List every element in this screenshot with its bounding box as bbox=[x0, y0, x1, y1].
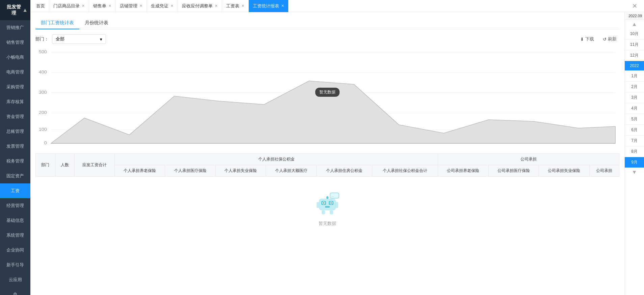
toolbar-left: 部门： 全部 ▾ bbox=[35, 34, 106, 44]
sidebar-item-12[interactable]: 经营管理 bbox=[0, 198, 30, 213]
download-button[interactable]: ⬇ 下载 bbox=[578, 35, 597, 43]
sub-tab-month[interactable]: 月份统计表 bbox=[79, 17, 114, 29]
sidebar-item-10[interactable]: 固定资产 bbox=[0, 169, 30, 183]
sidebar-item-13[interactable]: 基础信息 bbox=[0, 213, 30, 228]
tab-label-7: 工资统计报表 bbox=[253, 3, 279, 9]
cal-month-6[interactable]: 6月 bbox=[625, 125, 644, 136]
tab-label-4: 生成凭证 bbox=[151, 3, 168, 9]
empty-text: 暂无数据 bbox=[319, 220, 336, 227]
tabs-container: 首页门店商品目录✕销售单✕店铺管理✕生成凭证✕应收应付调整单✕工资表✕工资统计报… bbox=[32, 0, 289, 12]
cal-month-1[interactable]: 1月 bbox=[625, 71, 644, 82]
cal-month-10[interactable]: 10月 bbox=[625, 29, 644, 39]
sidebar-item-3[interactable]: 电商管理 bbox=[0, 65, 30, 80]
tab-close-1[interactable]: ✕ bbox=[82, 4, 85, 8]
sidebar-item-17[interactable]: 云应用 bbox=[0, 272, 30, 287]
tab-close-2[interactable]: ✕ bbox=[108, 4, 111, 8]
th-personal-housing: 个人承担住房公积金 bbox=[316, 165, 372, 177]
cal-month-4[interactable]: 4月 bbox=[625, 103, 644, 114]
th-company-unemploy: 公司承担失业保险 bbox=[539, 165, 590, 177]
cal-month-12[interactable]: 12月 bbox=[625, 50, 644, 61]
tab-close-5[interactable]: ✕ bbox=[215, 4, 218, 8]
th-personal-unemploy: 个人承担失业保险 bbox=[215, 165, 266, 177]
tab-item-7[interactable]: 工资统计报表✕ bbox=[249, 0, 289, 12]
tab-close-4[interactable]: ✕ bbox=[170, 4, 173, 8]
svg-point-18 bbox=[323, 202, 324, 204]
sidebar-item-5[interactable]: 库存核算 bbox=[0, 94, 30, 109]
svg-rect-20 bbox=[325, 206, 330, 208]
tab-item-5[interactable]: 应收应付调整单✕ bbox=[178, 0, 222, 12]
cal-month-5[interactable]: 5月 bbox=[625, 114, 644, 125]
sidebar-item-4[interactable]: 采购管理 bbox=[0, 80, 30, 94]
calendar-down-nav[interactable]: ▼ bbox=[625, 168, 644, 177]
cal-month-9[interactable]: 9月 bbox=[625, 157, 644, 168]
cal-month-11[interactable]: 11月 bbox=[625, 39, 644, 50]
cal-year-2022[interactable]: 2022 bbox=[625, 61, 644, 71]
cal-month-2[interactable]: 2月 bbox=[625, 82, 644, 92]
sidebar-item-9[interactable]: 税务管理 bbox=[0, 154, 30, 169]
tab-label-5: 应收应付调整单 bbox=[182, 3, 213, 9]
sidebar-collapse-icon[interactable]: ▲ bbox=[22, 7, 28, 13]
refresh-icon: ↺ bbox=[603, 37, 607, 42]
table-header-row-2: 个人承担养老保险 个人承担医疗保险 个人承担失业保险 个人承担大额医疗 个人承担… bbox=[36, 165, 619, 177]
chart-container: 500 400 300 200 100 0 bbox=[35, 47, 619, 148]
svg-text:300: 300 bbox=[39, 90, 47, 95]
tab-close-3[interactable]: ✕ bbox=[139, 4, 142, 8]
tab-close-6[interactable]: ✕ bbox=[241, 4, 244, 8]
svg-rect-25 bbox=[330, 210, 333, 214]
sidebar-item-16[interactable]: 新手引导 bbox=[0, 258, 30, 272]
th-personal-total: 个人承担社保公积金合计 bbox=[372, 165, 438, 177]
th-company-medical: 公司承担医疗保险 bbox=[488, 165, 539, 177]
download-label: 下载 bbox=[585, 36, 594, 42]
calendar-up-nav[interactable]: ▲ bbox=[625, 20, 644, 29]
cal-month-7[interactable]: 7月 bbox=[625, 136, 644, 146]
cal-month-3[interactable]: 3月 bbox=[625, 92, 644, 103]
cal-month-8[interactable]: 8月 bbox=[625, 146, 644, 157]
sub-tab-dept[interactable]: 部门工资统计表 bbox=[35, 17, 79, 29]
sidebar-item-2[interactable]: 小畅电商 bbox=[0, 50, 30, 65]
tab-item-4[interactable]: 生成凭证✕ bbox=[147, 0, 178, 12]
tab-item-0[interactable]: 首页 bbox=[32, 0, 49, 12]
th-company-more: 公司承担 bbox=[589, 165, 619, 177]
th-personal-pension: 个人承担养老保险 bbox=[114, 165, 165, 177]
svg-rect-21 bbox=[326, 196, 328, 199]
empty-row: ... 暂无数据 bbox=[36, 177, 619, 240]
svg-rect-22 bbox=[317, 202, 319, 208]
svg-text:0: 0 bbox=[44, 141, 47, 145]
refresh-label: 刷新 bbox=[608, 36, 617, 42]
th-personal-medical: 个人承担医疗保险 bbox=[165, 165, 216, 177]
sidebar-item-8[interactable]: 发票管理 bbox=[0, 139, 30, 154]
tab-item-3[interactable]: 店铺管理✕ bbox=[116, 0, 147, 12]
sidebar-item-7[interactable]: 总账管理 bbox=[0, 124, 30, 139]
dept-select-arrow: ▾ bbox=[100, 37, 102, 42]
close-all-button[interactable]: ✕ bbox=[630, 2, 639, 10]
chart-svg: 500 400 300 200 100 0 bbox=[35, 47, 619, 148]
svg-rect-24 bbox=[322, 210, 325, 214]
sidebar-item-6[interactable]: 资金管理 bbox=[0, 109, 30, 124]
main-area: 首页门店商品目录✕销售单✕店铺管理✕生成凭证✕应收应付调整单✕工资表✕工资统计报… bbox=[30, 0, 644, 295]
sidebar-title[interactable]: 批发管理 ▲ bbox=[0, 0, 30, 20]
refresh-button[interactable]: ↺ 刷新 bbox=[600, 35, 619, 43]
sidebar-items: 营销推广销售管理小畅电商电商管理采购管理库存核算资金管理总账管理发票管理税务管理… bbox=[0, 20, 30, 287]
th-count: 人数 bbox=[55, 154, 75, 177]
tab-label-3: 店铺管理 bbox=[120, 3, 137, 9]
svg-text:400: 400 bbox=[39, 70, 47, 75]
tab-label-1: 门店商品目录 bbox=[53, 3, 80, 9]
svg-text:500: 500 bbox=[39, 50, 47, 54]
calendar-panel: 2022.09 ▲ 10月 11月 12月 2022 1月 2月 3月 4月 5… bbox=[624, 12, 644, 295]
tab-bar-right: ✕ bbox=[630, 2, 642, 10]
sidebar-item-1[interactable]: 销售管理 bbox=[0, 35, 30, 50]
tab-close-7[interactable]: ✕ bbox=[281, 4, 284, 8]
sidebar-settings[interactable]: ⚙ bbox=[0, 287, 30, 295]
sidebar-item-14[interactable]: 系统管理 bbox=[0, 228, 30, 243]
data-table: 部门 人数 应发工资合计 个人承担社保公积金 公司承担 个人承担养老保险 个人承… bbox=[35, 153, 619, 240]
sidebar-item-15[interactable]: 企业协同 bbox=[0, 243, 30, 258]
sidebar-item-0[interactable]: 营销推广 bbox=[0, 20, 30, 35]
sidebar-item-11[interactable]: 工资 bbox=[0, 183, 30, 198]
tab-label-6: 工资表 bbox=[226, 3, 239, 9]
empty-icon: ... bbox=[314, 190, 341, 217]
tab-item-1[interactable]: 门店商品目录✕ bbox=[49, 0, 89, 12]
svg-text:200: 200 bbox=[39, 110, 47, 115]
tab-item-2[interactable]: 销售单✕ bbox=[89, 0, 116, 12]
dept-select[interactable]: 全部 ▾ bbox=[52, 34, 106, 44]
tab-item-6[interactable]: 工资表✕ bbox=[222, 0, 249, 12]
